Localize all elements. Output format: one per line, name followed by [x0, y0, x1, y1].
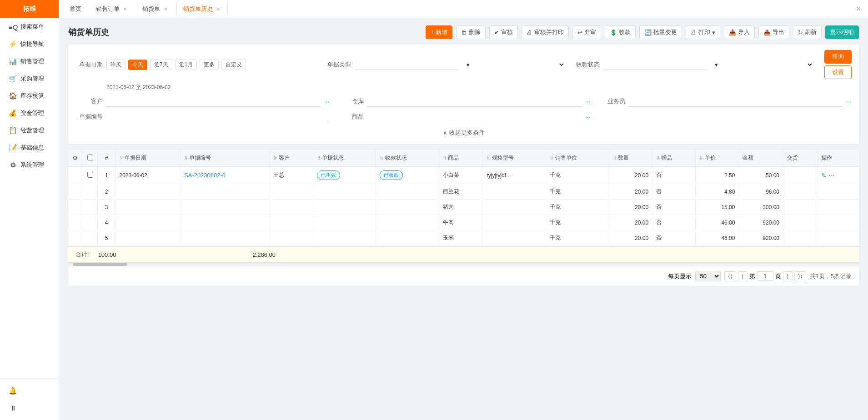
import-button[interactable]: 📥 导入 [724, 25, 755, 39]
row-checkbox[interactable] [87, 172, 93, 178]
show-detail-button[interactable]: 显示明细 [825, 25, 859, 39]
select-all-checkbox[interactable] [87, 155, 93, 160]
th-settings[interactable]: ⚙ [68, 150, 83, 167]
row-goods: 小白菜 [439, 167, 483, 184]
prev-page-button[interactable]: ⟨ [738, 271, 748, 281]
warehouse-input[interactable] [367, 96, 582, 107]
th-spec[interactable]: ⇅ 规格型号 [483, 150, 546, 167]
row-checkbox-cell[interactable] [83, 167, 97, 184]
th-unit-price[interactable]: ⇅ 单价 [696, 150, 739, 167]
row-doc-no: SA-20230602-0 [181, 167, 270, 184]
page-input[interactable] [757, 271, 773, 281]
th-unit[interactable]: ⇅ 销售单位 [546, 150, 609, 167]
basic-info-icon: 📝 [9, 144, 17, 152]
sidebar-item-notification[interactable]: 🔔 [0, 382, 59, 400]
th-customer[interactable]: ⇅ 客户 [270, 150, 313, 167]
collect-button[interactable]: 💲 收款 [605, 25, 636, 39]
doc-no-link[interactable]: SA-20230602-0 [184, 172, 226, 179]
sidebar-item-pause[interactable]: ⏸ [0, 400, 59, 416]
tab-home[interactable]: 首页 [63, 2, 88, 16]
review-button[interactable]: ✔ 审核 [489, 25, 518, 39]
sidebar-item-basic-info[interactable]: 📝 基础信息 [0, 139, 59, 156]
row-checkbox-cell[interactable] [83, 200, 97, 215]
tab-sales-order-close[interactable]: × [122, 6, 128, 12]
th-payment-status[interactable]: ⇅ 收款状态 [376, 150, 439, 167]
sidebar-item-capital-mgmt[interactable]: 💰 资金管理 [0, 105, 59, 122]
page-size-select[interactable]: 50 10 20 100 [695, 271, 721, 281]
th-doc-no[interactable]: ⇅ 单据编号 [181, 150, 270, 167]
delete-button[interactable]: 🗑 删除 [456, 25, 486, 39]
filter-row-3: 单据编号 商品 ··· [75, 111, 852, 122]
scroll-thumb[interactable] [73, 263, 127, 266]
th-goods[interactable]: ⇅ 商品 [439, 150, 483, 167]
table-header-row: ⚙ # ⇅ 单据日期 ⇅ 单据编号 ⇅ 客户 ⇅ 单据状态 ⇅ 收款状态 ⇅ 商… [68, 150, 859, 167]
review-print-button[interactable]: 🖨 审核并打印 [522, 25, 569, 39]
filter-item-doc-no: 单据编号 [75, 111, 329, 122]
sidebar-item-sales-mgmt[interactable]: 📊 销售管理 [0, 53, 59, 70]
collapse-up-icon: ∧ [443, 130, 447, 136]
row-num: 1 [97, 167, 115, 184]
collapse-button[interactable]: ∧ 收起更多条件 [75, 127, 852, 139]
refresh-button[interactable]: ↻ 刷新 [793, 25, 822, 39]
tab-sales-history-close[interactable]: × [216, 6, 221, 12]
sidebar-item-sys-mgmt[interactable]: ⚙ 系统管理 [0, 156, 59, 174]
date-btn-yesterday[interactable]: 昨天 [106, 60, 125, 70]
sidebar-item-quick-nav[interactable]: ⚡ 快捷导航 [0, 35, 59, 53]
close-all-tabs[interactable]: × [853, 3, 864, 15]
date-btn-custom[interactable]: 自定义 [221, 60, 246, 70]
last-page-button[interactable]: ⟩⟩ [794, 271, 806, 281]
query-button[interactable]: 查询 [824, 50, 852, 64]
edit-action-button[interactable]: ✎ [821, 172, 827, 179]
row-checkbox-cell[interactable] [83, 215, 97, 230]
date-btn-1month[interactable]: 近1月 [175, 60, 197, 70]
warehouse-dots-button[interactable]: ··· [585, 98, 591, 105]
doc-type-input[interactable] [355, 59, 458, 70]
row-checkbox-cell[interactable] [83, 230, 97, 246]
th-gift[interactable]: ⇅ 赠品 [652, 150, 696, 167]
th-date[interactable]: ⇅ 单据日期 [115, 150, 181, 167]
goods-input[interactable] [367, 111, 582, 122]
next-page-button[interactable]: ⟩ [783, 271, 793, 281]
goods-dots-button[interactable]: ··· [585, 113, 591, 120]
filter-settings-button[interactable]: 设置 [824, 65, 852, 79]
row-settings-cell [68, 200, 83, 215]
collapse-label: 收起更多条件 [449, 129, 485, 137]
payment-status-input[interactable] [603, 59, 707, 70]
date-btn-more[interactable]: 更多 [200, 60, 219, 70]
sidebar-item-purchase-mgmt[interactable]: 🛒 采购管理 [0, 70, 59, 87]
th-doc-status[interactable]: ⇅ 单据状态 [313, 150, 376, 167]
sidebar-item-search-menu[interactable]: ≡Q 搜索菜单 [0, 18, 59, 35]
tab-sales-goods-close[interactable]: × [163, 6, 168, 12]
date-btn-today[interactable]: 今天 [128, 60, 147, 70]
doc-no-input[interactable] [106, 111, 329, 122]
tab-sales-goods[interactable]: 销货单 × [135, 2, 175, 16]
print-button[interactable]: 🖨 打印 ▾ [686, 25, 720, 39]
notification-icon: 🔔 [9, 387, 17, 395]
doc-type-select[interactable]: ▾ [462, 59, 565, 70]
salesperson-input[interactable] [629, 96, 843, 107]
row-gift: 否 [652, 167, 696, 184]
customer-dots-button[interactable]: ··· [324, 98, 330, 105]
th-checkbox[interactable] [83, 150, 97, 167]
date-btn-7days[interactable]: 近7天 [150, 60, 172, 70]
salesperson-dots-button[interactable]: ··· [846, 98, 852, 105]
payment-status-select[interactable]: ▾ [710, 59, 813, 70]
main-area: 首页 销售订单 × 销货单 × 销货单历史 × × 销货单历史 + 新增 🗑 [59, 0, 868, 420]
sidebar-item-ops-mgmt[interactable]: 📋 经营管理 [0, 122, 59, 139]
export-button[interactable]: 📤 导出 [758, 25, 789, 39]
new-button[interactable]: + 新增 [426, 25, 452, 39]
more-action-button[interactable]: ⋯ [828, 172, 835, 179]
row-checkbox-cell[interactable] [83, 184, 97, 200]
customer-input[interactable] [106, 96, 321, 107]
tab-sales-order[interactable]: 销售订单 × [89, 2, 135, 16]
batch-change-button[interactable]: 🔄 批量变更 [639, 25, 682, 39]
date-range-display: 2023-06-02 至 2023-06-02 [106, 84, 171, 91]
first-page-button[interactable]: ⟨⟨ [724, 271, 736, 281]
row-unit-price: 46.00 [696, 215, 739, 230]
row-doc-status [313, 230, 376, 246]
horizontal-scrollbar[interactable] [68, 262, 859, 266]
th-qty[interactable]: ⇅ 数量 [609, 150, 652, 167]
abandon-button[interactable]: ↩ 弃审 [572, 25, 601, 39]
tab-sales-history[interactable]: 销货单历史 × [176, 2, 228, 16]
sidebar-item-inventory[interactable]: 🏠 库存核算 [0, 87, 59, 105]
